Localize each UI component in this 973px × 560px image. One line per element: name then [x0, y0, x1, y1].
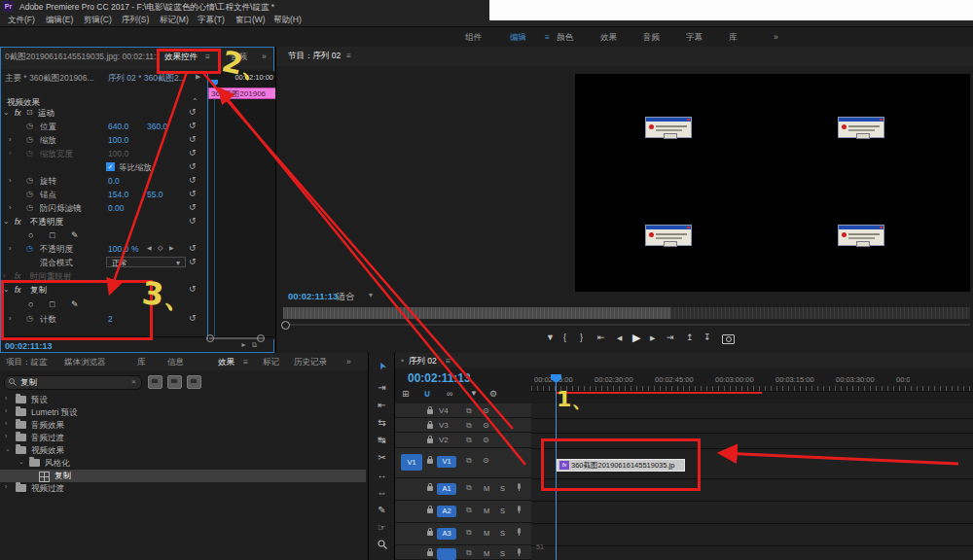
step-forward-icon[interactable]: ▶: [650, 334, 655, 342]
param-antiflicker-row[interactable]: › ◷ 防闪烁滤镜 0.00 ↺: [1, 202, 205, 215]
tree-item-lumetri-presets[interactable]: › Lumetri 预设: [0, 406, 366, 419]
mark-in-icon[interactable]: {: [563, 332, 566, 342]
menu-sequence[interactable]: 序列(S): [122, 15, 149, 26]
export-frame-icon[interactable]: ⧉: [252, 341, 257, 349]
effect-motion-row[interactable]: ⌄ fx ⊡ 运动 ↺: [1, 107, 205, 120]
lift-icon[interactable]: ↥: [686, 332, 694, 342]
track-visibility-eye-icon[interactable]: ⊙: [483, 436, 489, 444]
panel-menu-icon[interactable]: ≡: [243, 357, 248, 367]
nest-toggle-icon[interactable]: ⊞: [402, 389, 410, 399]
menu-file[interactable]: 文件(F): [8, 15, 35, 26]
effect-opacity-row[interactable]: ⌄ fx 不透明度 ↺: [1, 216, 205, 228]
sync-lock-icon[interactable]: ⧉: [466, 528, 472, 538]
effect-controls-mini-timeline[interactable]: 00:02:10:00: [207, 71, 275, 339]
chevron-expanded-icon[interactable]: ⌄: [5, 445, 11, 453]
mute-button[interactable]: M: [484, 549, 489, 558]
hand-tool[interactable]: ☞: [369, 522, 395, 533]
menu-clip[interactable]: 剪辑(C): [84, 15, 112, 26]
play-indicator-icon[interactable]: ▶: [196, 73, 200, 81]
workspace-effects[interactable]: 效果: [600, 32, 617, 44]
anchor-y-value[interactable]: 55.0: [147, 190, 163, 199]
ripple-edit-tool[interactable]: ⇤: [369, 400, 395, 410]
lock-icon[interactable]: [427, 424, 433, 429]
track-target-v1[interactable]: V1: [437, 456, 456, 468]
chevron-expanded-icon[interactable]: ⌄: [3, 108, 10, 117]
workspace-color[interactable]: 颜色: [557, 32, 573, 44]
track-header-v2[interactable]: V2 ⧉ ⊙: [395, 433, 531, 448]
tree-item-audio-transitions[interactable]: › 音频过渡: [0, 432, 366, 444]
workspace-audio[interactable]: 音频: [643, 32, 660, 44]
mute-button[interactable]: M: [484, 507, 489, 515]
snap-magnet-icon[interactable]: ∪: [423, 388, 431, 399]
reset-icon[interactable]: ↺: [189, 161, 197, 171]
tab-info[interactable]: 信息: [167, 357, 184, 368]
tree-item-video-transitions[interactable]: › 视频过渡: [0, 482, 366, 495]
master-clip-label[interactable]: 主要 * 360截图201906...: [5, 73, 94, 85]
track-target-a4[interactable]: [437, 548, 456, 560]
lock-icon[interactable]: [427, 438, 433, 443]
program-playhead-handle[interactable]: [281, 321, 290, 330]
chevron-expanded-icon[interactable]: ⌄: [18, 458, 24, 466]
chevron-collapsed-icon[interactable]: ›: [9, 176, 12, 185]
effects-search-box[interactable]: 复制 ×: [4, 375, 142, 390]
reset-icon[interactable]: ↺: [189, 148, 197, 158]
go-to-out-icon[interactable]: ⇥: [667, 332, 674, 342]
rotation-value[interactable]: 0.0: [108, 176, 120, 186]
lock-icon[interactable]: [427, 531, 433, 536]
workspace-libraries[interactable]: 库: [729, 32, 738, 44]
reset-icon[interactable]: ↺: [189, 202, 197, 212]
effect-controls-timecode[interactable]: 00:02:11:13: [5, 341, 53, 351]
menu-titles[interactable]: 字幕(T): [198, 15, 225, 26]
pen-mask-icon[interactable]: ✎: [71, 230, 79, 240]
solo-button[interactable]: S: [500, 507, 505, 515]
sync-lock-icon[interactable]: ⧉: [466, 421, 472, 431]
chevron-collapsed-icon[interactable]: ›: [9, 135, 12, 144]
tree-item-replicate-selected[interactable]: 复制: [0, 470, 366, 482]
chevron-collapsed-icon[interactable]: ›: [9, 203, 12, 212]
track-header-v1[interactable]: V1 V1 ⧉ ⊙: [395, 448, 531, 478]
voiceover-mic-icon[interactable]: [518, 506, 521, 511]
panel-menu-icon[interactable]: ≡: [446, 356, 450, 366]
mute-button[interactable]: M: [484, 529, 489, 538]
add-marker-icon[interactable]: ▼: [470, 389, 478, 398]
stopwatch-icon[interactable]: ◷: [26, 203, 33, 212]
program-zoom-scrollbar[interactable]: [283, 307, 970, 319]
export-frame-camera-icon[interactable]: [722, 334, 735, 344]
chevron-collapsed-icon[interactable]: ›: [5, 433, 7, 439]
track-target-a1[interactable]: A1: [437, 483, 456, 495]
zoom-tool[interactable]: [369, 540, 395, 551]
track-visibility-eye-icon[interactable]: ⊙: [483, 406, 489, 415]
tab-markers[interactable]: 标记: [263, 357, 279, 368]
menu-markers[interactable]: 标记(M): [160, 15, 189, 26]
sync-lock-icon[interactable]: ⧉: [466, 406, 472, 416]
reset-icon[interactable]: ↺: [189, 134, 197, 144]
tab-effects[interactable]: 效果: [218, 357, 234, 368]
reset-icon[interactable]: ↺: [189, 189, 197, 198]
tree-item-stylize[interactable]: ⌄ 风格化: [0, 457, 366, 470]
lock-icon[interactable]: [427, 551, 433, 556]
scale-value[interactable]: 100.0: [108, 135, 128, 145]
tab-program-monitor[interactable]: 节目：序列 02: [288, 51, 341, 62]
sync-lock-icon[interactable]: ⧉: [466, 436, 472, 445]
sync-lock-icon[interactable]: ⧉: [466, 483, 472, 493]
sync-lock-icon[interactable]: ⧉: [466, 456, 472, 466]
tab-libraries[interactable]: 库: [137, 357, 146, 368]
stopwatch-active-icon[interactable]: ◷: [26, 244, 33, 253]
rate-stretch-tool[interactable]: ↹: [369, 435, 395, 445]
tab-history[interactable]: 历史记录: [294, 357, 327, 368]
menu-edit[interactable]: 编辑(E): [46, 15, 73, 26]
workspace-titles[interactable]: 字幕: [686, 32, 703, 44]
voiceover-mic-icon[interactable]: [518, 548, 521, 554]
stopwatch-icon[interactable]: ◷: [26, 176, 33, 185]
source-patch-v1[interactable]: V1: [401, 454, 422, 471]
linked-selection-icon[interactable]: ∞: [447, 389, 452, 399]
panel-menu-icon[interactable]: ≡: [346, 51, 351, 60]
lock-icon[interactable]: [427, 409, 433, 414]
reset-icon[interactable]: ↺: [189, 175, 197, 185]
tab-source-monitor[interactable]: 0截图20190616145519035.jpg: 00:02:11:13: [5, 52, 159, 63]
workspace-editing[interactable]: 编辑: [510, 32, 526, 44]
workspace-assembly[interactable]: 组件: [465, 32, 482, 44]
play-around-icon[interactable]: ►: [240, 341, 247, 348]
timeline-settings-wrench-icon[interactable]: ⚙: [489, 389, 497, 399]
tab-sequence-02[interactable]: 序列 02: [409, 356, 437, 368]
